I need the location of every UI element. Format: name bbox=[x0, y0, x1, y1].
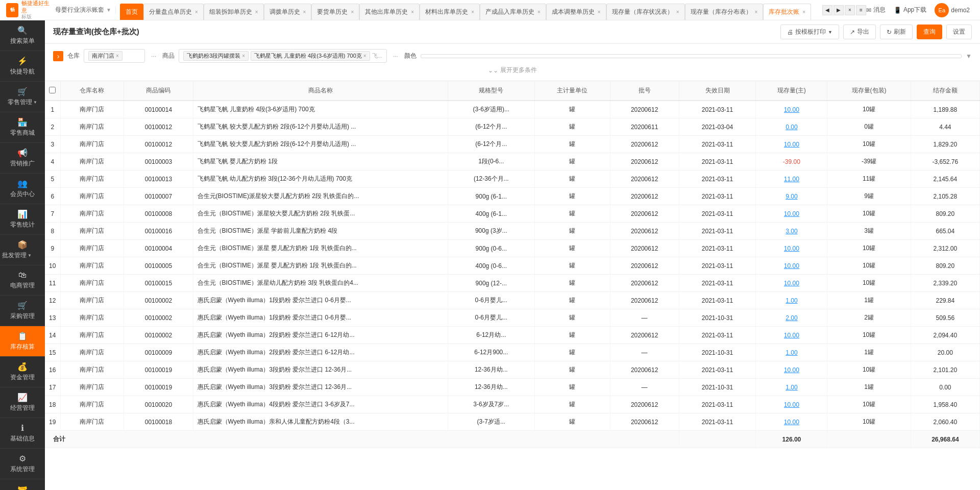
color-filter[interactable] bbox=[421, 54, 962, 58]
row-qty-main[interactable]: 11.00 bbox=[756, 170, 827, 188]
row-amount: 1,958.40 bbox=[911, 396, 979, 413]
sidebar-item-search[interactable]: 🔍 搜索菜单 bbox=[0, 20, 45, 51]
query-button[interactable]: 查询 bbox=[917, 24, 942, 39]
row-qty-main[interactable]: 10.00 bbox=[756, 240, 827, 257]
table-wrapper: 仓库名称 商品编码 商品名称 规格型号 主计量单位 批号 失效日期 现存量(主)… bbox=[45, 81, 980, 490]
row-qty-main[interactable]: 10.00 bbox=[756, 327, 827, 344]
row-qty-main[interactable]: 9.00 bbox=[756, 188, 827, 205]
row-code: 00100014 bbox=[124, 101, 193, 118]
row-warehouse: 南岸门店 bbox=[60, 118, 124, 136]
tab-next-button[interactable]: ▶ bbox=[834, 5, 844, 15]
user-menu[interactable]: Ea demo2 bbox=[935, 3, 970, 17]
sidebar-item-retail-stats[interactable]: 📊 零售统计 bbox=[0, 204, 45, 235]
color-label: 颜色 bbox=[404, 52, 416, 60]
row-qty-main[interactable]: 10.00 bbox=[756, 205, 827, 223]
tab-active[interactable]: 库存批次账 × bbox=[763, 4, 811, 20]
close-icon[interactable]: × bbox=[676, 9, 679, 15]
tab-close-button[interactable]: × bbox=[845, 5, 855, 15]
sidebar-item-wholesale[interactable]: 📦 批发管理 ▼ bbox=[0, 235, 45, 265]
expand-filter-button[interactable]: › bbox=[53, 51, 63, 61]
row-qty-main[interactable]: 0.00 bbox=[756, 118, 827, 136]
remove-product-tag-1-icon[interactable]: × bbox=[242, 53, 245, 59]
row-code: 00100016 bbox=[124, 223, 193, 240]
close-icon[interactable]: × bbox=[471, 9, 474, 15]
sidebar-item-ecommerce[interactable]: 🛍 电商管理 bbox=[0, 265, 45, 296]
table-container[interactable]: 仓库名称 商品编码 商品名称 规格型号 主计量单位 批号 失效日期 现存量(主)… bbox=[45, 81, 980, 490]
product-filter[interactable]: 飞鹤奶粉3段丙罐摆装 × 飞鹤星飞帆 儿童奶粉 4段(3-6岁适用) 700克 … bbox=[179, 49, 387, 63]
sidebar-item-system[interactable]: ⚙ 系统管理 bbox=[0, 449, 45, 479]
close-icon[interactable]: × bbox=[303, 9, 306, 15]
print-icon: 🖨 bbox=[787, 29, 793, 36]
remove-product-tag-2-icon[interactable]: × bbox=[363, 53, 366, 59]
sidebar-item-purchase[interactable]: 🛒 采购管理 bbox=[0, 296, 45, 326]
sidebar: 🔍 搜索菜单 ⚡ 快捷导航 🛒 零售管理 ▼ 🏪 零售商城 📢 营销推广 👥 会… bbox=[0, 20, 45, 490]
close-icon[interactable]: × bbox=[255, 9, 258, 15]
row-qty-main[interactable]: -39.00 bbox=[756, 153, 827, 170]
warehouse-more-button[interactable]: ··· bbox=[149, 53, 158, 60]
content-area: 现存量查询(按仓库+批次) 🖨 按模板打印 ▼ ↗ 导出 ↻ 刷新 查询 bbox=[45, 20, 980, 490]
row-qty-main[interactable]: 1.00 bbox=[756, 379, 827, 396]
row-name: 飞鹤星飞帆 儿童奶粉 4段(3-6岁适用) 700克 bbox=[193, 101, 448, 118]
settings-button[interactable]: 设置 bbox=[946, 24, 972, 39]
sidebar-item-retail-mgmt[interactable]: 🛒 零售管理 ▼ bbox=[0, 82, 45, 112]
row-qty-main[interactable]: 1.00 bbox=[756, 344, 827, 361]
sidebar-item-marketing[interactable]: 📢 营销推广 bbox=[0, 143, 45, 174]
close-icon[interactable]: × bbox=[755, 9, 758, 15]
tab-6[interactable]: 材料出库单历史 × bbox=[420, 4, 480, 20]
close-icon[interactable]: × bbox=[598, 9, 601, 15]
row-qty-main[interactable]: 1.00 bbox=[756, 292, 827, 309]
tab-3[interactable]: 调拨单历史 × bbox=[264, 4, 312, 20]
tab-prev-button[interactable]: ◀ bbox=[822, 5, 832, 15]
industry-selector[interactable]: 母婴行业演示账套 ▼ bbox=[51, 6, 116, 14]
tab-2[interactable]: 组装拆卸单历史 × bbox=[204, 4, 264, 20]
tab-9[interactable]: 现存量（库存状况表） × bbox=[606, 4, 685, 20]
refresh-button[interactable]: ↻ 刷新 bbox=[880, 24, 913, 39]
close-icon[interactable]: × bbox=[802, 9, 805, 15]
row-qty-main[interactable]: 10.00 bbox=[756, 361, 827, 379]
sidebar-item-management[interactable]: 📈 经营管理 bbox=[0, 387, 45, 418]
tab-8[interactable]: 成本调整单历史 × bbox=[546, 4, 606, 20]
sidebar-item-members[interactable]: 👥 会员中心 bbox=[0, 174, 45, 204]
row-qty-main[interactable]: 10.00 bbox=[756, 101, 827, 118]
sidebar-item-basic-info[interactable]: ℹ 基础信息 bbox=[0, 418, 45, 449]
col-batch: 批号 bbox=[610, 81, 679, 101]
close-icon[interactable]: × bbox=[195, 9, 198, 15]
expand-conditions-button[interactable]: ⌄⌄ 展开更多条件 bbox=[53, 63, 972, 76]
warehouse-filter[interactable]: 南岸门店 × bbox=[84, 49, 145, 63]
row-qty-main[interactable]: 10.00 bbox=[756, 136, 827, 153]
close-icon[interactable]: × bbox=[411, 9, 414, 15]
warehouse-label: 仓库 bbox=[67, 52, 80, 60]
handshake-icon: 🤝 bbox=[2, 484, 43, 490]
tab-menu-button[interactable]: ≡ bbox=[856, 5, 866, 15]
product-more-button[interactable]: ··· bbox=[391, 53, 400, 60]
color-dropdown-icon[interactable]: ▼ bbox=[966, 53, 972, 60]
tab-5[interactable]: 其他出库单历史 × bbox=[359, 4, 420, 20]
sidebar-item-enterprise[interactable]: 🤝 企业协同 bbox=[0, 479, 45, 490]
tab-7[interactable]: 产成品入库单历史 × bbox=[480, 4, 546, 20]
row-expire: 2021-10-31 bbox=[679, 309, 756, 327]
row-qty-main[interactable]: 10.00 bbox=[756, 257, 827, 275]
tab-home[interactable]: 首页 bbox=[120, 4, 143, 20]
remove-warehouse-tag-icon[interactable]: × bbox=[116, 53, 119, 59]
sidebar-item-inventory[interactable]: 📋 库存核算 bbox=[0, 326, 45, 357]
row-qty-main[interactable]: 10.00 bbox=[756, 396, 827, 413]
sidebar-item-quick-nav[interactable]: ⚡ 快捷导航 bbox=[0, 51, 45, 82]
row-spec: 3-6岁及7岁... bbox=[448, 396, 534, 413]
export-button[interactable]: ↗ 导出 bbox=[843, 24, 876, 39]
row-qty-main[interactable]: 10.00 bbox=[756, 413, 827, 431]
row-warehouse: 南岸门店 bbox=[60, 396, 124, 413]
tab-4[interactable]: 要货单历史 × bbox=[311, 4, 359, 20]
app-download-button[interactable]: 📱 App下载 bbox=[894, 6, 926, 14]
print-template-button[interactable]: 🖨 按模板打印 ▼ bbox=[780, 24, 839, 39]
close-icon[interactable]: × bbox=[537, 9, 541, 15]
row-qty-main[interactable]: 10.00 bbox=[756, 275, 827, 292]
select-all-checkbox[interactable] bbox=[49, 87, 56, 93]
tab-1[interactable]: 分量盘点单历史 × bbox=[143, 4, 204, 20]
sidebar-item-retail-mall[interactable]: 🏪 零售商城 bbox=[0, 112, 45, 143]
messages-button[interactable]: ✉ 消息 bbox=[866, 6, 886, 14]
close-icon[interactable]: × bbox=[351, 9, 354, 15]
tab-10[interactable]: 现存量（库存分布表） × bbox=[685, 4, 764, 20]
row-qty-main[interactable]: 3.00 bbox=[756, 223, 827, 240]
sidebar-item-finance[interactable]: 💰 资金管理 bbox=[0, 357, 45, 387]
row-qty-main[interactable]: 2.00 bbox=[756, 309, 827, 327]
